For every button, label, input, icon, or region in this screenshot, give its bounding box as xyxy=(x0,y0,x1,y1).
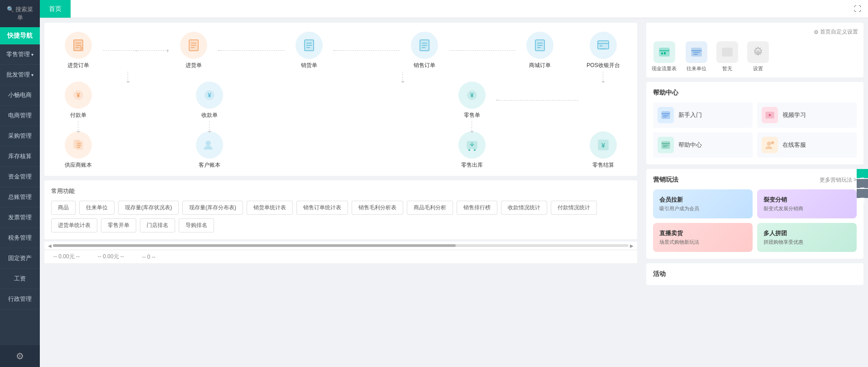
search-icon: 🔍 xyxy=(7,6,14,13)
node-sale-order[interactable]: 销售订单 xyxy=(400,32,449,69)
video-label: 视频学习 xyxy=(782,111,806,119)
feature-btn-sale-order-stat[interactable]: 销售订单统计表 xyxy=(296,201,348,215)
beginner-icon xyxy=(658,107,674,123)
flow-row-2: ¥ 付款单 ¥ xyxy=(53,82,628,119)
float-btn-desktop[interactable]: 桌面快捷 xyxy=(857,189,868,198)
feature-btn-receipt-stat[interactable]: 收款情况统计 xyxy=(501,201,547,215)
node-receipt-label: 收款单 xyxy=(201,111,218,119)
sidebar-item-ecom-label: 电商管理 xyxy=(8,111,32,120)
scroll-track[interactable] xyxy=(53,244,629,247)
node-retail-bill-label: 零售单 xyxy=(464,111,480,119)
node-receipt[interactable]: ¥ 收款单 xyxy=(185,82,234,119)
feature-btn-stock2[interactable]: 现存量(库存分布表) xyxy=(182,201,243,215)
feature-btn-store-rank[interactable]: 门店排名 xyxy=(140,218,175,232)
marketing-group-desc: 拼团购物享受优惠 xyxy=(763,239,850,246)
quick-icon-contacts[interactable]: 往来单位 xyxy=(686,41,707,72)
help-label: 帮助中心 xyxy=(678,141,702,149)
more-marketing-link[interactable]: 更多营销玩法 > xyxy=(820,176,857,184)
sidebar-item-retail[interactable]: 零售管理 xyxy=(0,44,40,65)
stat-1: -- 0.00元 -- xyxy=(53,253,80,261)
float-btn-community[interactable]: 服务社区 xyxy=(857,179,868,188)
arrow-4-5 xyxy=(449,50,515,51)
sidebar-item-wholesale[interactable]: 批发管理 xyxy=(0,65,40,85)
contacts-label: 往来单位 xyxy=(687,65,706,72)
bottom-bar: -- 0.00元 -- -- 0.00元 -- -- 0 -- xyxy=(44,250,637,263)
help-grid: 新手入门 视频学习 xyxy=(653,102,857,158)
marketing-item-member[interactable]: 会员拉新 吸引用户成为会员 xyxy=(653,189,753,218)
feature-btn-gross-margin[interactable]: 销售毛利分析表 xyxy=(352,201,403,215)
node-purchase-bill[interactable]: 进货单 xyxy=(169,32,219,69)
node-supplier-account[interactable]: 供应商账本 xyxy=(53,131,103,169)
scroll-right-btn[interactable]: ▶ xyxy=(629,243,635,248)
feature-btn-purchase-stat[interactable]: 进货单统计表 xyxy=(51,218,97,232)
svg-rect-50 xyxy=(661,53,663,54)
svg-text:¥: ¥ xyxy=(76,92,80,99)
help-item-online[interactable]: 在线客服 xyxy=(757,132,857,158)
quick-icons: 现金流量表 往来单位 xyxy=(652,41,858,72)
marketing-fission-title: 裂变分销 xyxy=(763,196,850,204)
help-item-video[interactable]: 视频学习 xyxy=(757,102,857,128)
node-purchase-order[interactable]: 进货订单 xyxy=(53,32,103,69)
float-btn-service[interactable]: 客服热线 xyxy=(857,169,868,178)
feature-btn-unit[interactable]: 往来单位 xyxy=(79,201,114,215)
marketing-item-group[interactable]: 多人拼团 拼团购物享受优惠 xyxy=(757,223,857,252)
feature-btn-stock1[interactable]: 现存量(库存状况表) xyxy=(118,201,179,215)
main-area: 首页 ⛶ xyxy=(40,0,868,367)
video-icon xyxy=(762,107,778,123)
marketing-item-fission[interactable]: 裂变分销 裂变式发展分销商 xyxy=(757,189,857,218)
fullscreen-button[interactable]: ⛶ xyxy=(852,3,863,15)
sidebar-item-ledger[interactable]: 总账管理 xyxy=(0,187,40,208)
arrow-1-2: → xyxy=(103,50,169,51)
svg-rect-64 xyxy=(662,141,670,149)
scroll-left-btn[interactable]: ◀ xyxy=(47,243,53,248)
feature-btn-product[interactable]: 商品 xyxy=(51,201,76,215)
feature-btn-retail-order[interactable]: 零售开单 xyxy=(101,218,136,232)
feature-btn-product-margin[interactable]: 商品毛利分析 xyxy=(407,201,453,215)
quick-icon-settings[interactable]: 设置 xyxy=(747,41,769,72)
gear-icon: ⚙ xyxy=(814,29,819,35)
online-icon xyxy=(762,137,778,153)
node-retail-out[interactable]: 零售出库 xyxy=(447,131,497,169)
node-payment-out-label: 付款单 xyxy=(70,111,86,119)
node-retail-settle[interactable]: ¥ 零售结算 xyxy=(578,131,628,169)
sidebar-item-assets[interactable]: 固定资产 xyxy=(0,248,40,269)
sidebar-item-xiaochang[interactable]: 小畅电商 xyxy=(0,85,40,106)
sidebar-item-purchase[interactable]: 采购管理 xyxy=(0,126,40,146)
arrow-3-4: ← xyxy=(334,50,400,51)
quick-icon-none[interactable]: 暂无 xyxy=(716,41,738,72)
cashflow-icon-box xyxy=(653,41,675,63)
node-pos[interactable]: POS收银开台 xyxy=(578,32,628,69)
sidebar-item-invoice-label: 发票管理 xyxy=(8,213,32,222)
node-retail-bill[interactable]: ¥ 零售单 xyxy=(447,82,497,119)
sidebar-item-tax[interactable]: 税务管理 xyxy=(0,228,40,248)
feature-grid: 商品 往来单位 现存量(库存状况表) 现存量(库存分布表) 销货单统计表 销售订… xyxy=(51,201,630,232)
sidebar-item-ecom[interactable]: 电商管理 xyxy=(0,106,40,126)
nav-label: 快捷导航 xyxy=(0,27,40,44)
sidebar-item-finance[interactable]: 资金管理 xyxy=(0,167,40,187)
quick-icon-cashflow[interactable]: 现金流量表 xyxy=(652,41,677,72)
feature-btn-payment-stat[interactable]: 付款情况统计 xyxy=(551,201,597,215)
feature-btn-guide-rank[interactable]: 导购排名 xyxy=(179,218,214,232)
flow-card: 进货订单 → xyxy=(44,23,637,176)
settings-icon-btn[interactable]: ⚙ xyxy=(0,345,40,367)
feature-btn-sale-stat[interactable]: 销货单统计表 xyxy=(247,201,293,215)
node-payment-out[interactable]: ¥ 付款单 xyxy=(53,82,103,119)
sidebar-item-inventory[interactable]: 库存核算 xyxy=(0,146,40,167)
sidebar-item-payroll[interactable]: 工资 xyxy=(0,269,40,289)
search-menu[interactable]: 🔍 搜索菜单 xyxy=(0,0,40,27)
node-sale-bill[interactable]: 销货单 xyxy=(284,32,334,69)
marketing-item-live[interactable]: 直播卖货 场景式购物新玩法 xyxy=(653,223,753,252)
node-customer-account[interactable]: 客户账本 xyxy=(185,131,234,169)
feature-btn-sale-rank[interactable]: 销售排行榜 xyxy=(457,201,497,215)
sidebar: 🔍 搜索菜单 快捷导航 零售管理 批发管理 小畅电商 电商管理 采购管理 库存核… xyxy=(0,0,40,367)
node-mall-order[interactable]: 商城订单 xyxy=(515,32,565,69)
sidebar-item-invoice[interactable]: 发票管理 xyxy=(0,208,40,228)
help-item-beginner[interactable]: 新手入门 xyxy=(653,102,753,128)
svg-rect-52 xyxy=(692,48,701,56)
help-icon xyxy=(658,137,674,153)
sidebar-item-admin[interactable]: 行政管理 xyxy=(0,289,40,309)
tab-home[interactable]: 首页 xyxy=(40,0,71,18)
help-item-help[interactable]: 帮助中心 xyxy=(653,132,753,158)
arrow-2-3: ← xyxy=(219,50,284,51)
customize-btn[interactable]: ⚙ 首页自定义设置 xyxy=(814,28,858,36)
